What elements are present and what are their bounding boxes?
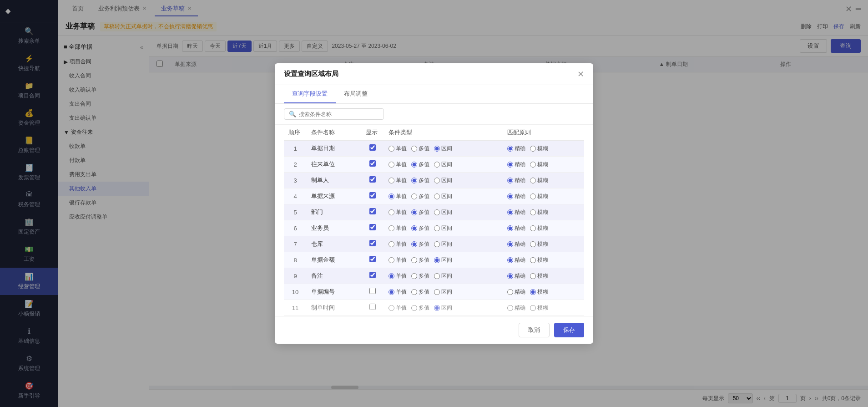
radio-range-6[interactable] (434, 225, 440, 231)
radio-range-label-6[interactable]: 区间 (434, 224, 452, 232)
radio-exact-9[interactable] (507, 273, 513, 279)
radio-fuzzy-3[interactable] (530, 178, 536, 183)
radio-exact-6[interactable] (507, 225, 513, 231)
row-show-checkbox-8[interactable] (361, 252, 384, 266)
radio-multi-label-9[interactable]: 多值 (411, 272, 429, 280)
radio-range-4[interactable] (434, 193, 440, 199)
show-checkbox-3[interactable] (369, 176, 376, 183)
radio-range-label-9[interactable]: 区间 (434, 272, 452, 280)
radio-range-1[interactable] (434, 146, 440, 152)
radio-multi-label-5[interactable]: 多值 (411, 209, 429, 216)
radio-fuzzy-label-2[interactable]: 模糊 (530, 161, 548, 168)
radio-single-5[interactable] (389, 209, 394, 215)
radio-single-label-10[interactable]: 单值 (389, 288, 407, 296)
radio-exact-label-7[interactable]: 精确 (507, 240, 525, 248)
show-checkbox-1[interactable] (369, 144, 376, 151)
radio-exact-3[interactable] (507, 178, 513, 183)
radio-range-label-7[interactable]: 区间 (434, 240, 452, 248)
radio-range-8[interactable] (434, 257, 440, 263)
radio-exact-4[interactable] (507, 193, 513, 199)
radio-single-label-9[interactable]: 单值 (389, 272, 407, 280)
radio-fuzzy-label-6[interactable]: 模糊 (530, 224, 548, 232)
show-checkbox-4[interactable] (369, 192, 376, 198)
radio-single-3[interactable] (389, 178, 394, 183)
tab-field-settings[interactable]: 查询字段设置 (284, 85, 336, 103)
radio-single-label-3[interactable]: 单值 (389, 177, 407, 184)
radio-multi-5[interactable] (411, 209, 417, 215)
radio-multi-3[interactable] (411, 178, 417, 183)
radio-fuzzy-label-5[interactable]: 模糊 (530, 209, 548, 216)
radio-exact-label-8[interactable]: 精确 (507, 256, 525, 264)
radio-fuzzy-label-10[interactable]: 模糊 (530, 288, 548, 296)
radio-range-label-2[interactable]: 区间 (434, 161, 452, 168)
radio-fuzzy-label-9[interactable]: 模糊 (530, 272, 548, 280)
radio-exact-label-5[interactable]: 精确 (507, 209, 525, 216)
radio-range-11[interactable] (434, 305, 440, 311)
radio-fuzzy-label-7[interactable]: 模糊 (530, 240, 548, 248)
radio-fuzzy-label-8[interactable]: 模糊 (530, 256, 548, 264)
radio-multi-label-6[interactable]: 多值 (411, 224, 429, 232)
radio-fuzzy-9[interactable] (530, 273, 536, 279)
radio-single-7[interactable] (389, 241, 394, 247)
radio-single-label-2[interactable]: 单值 (389, 161, 407, 168)
radio-fuzzy-10[interactable] (530, 289, 536, 295)
radio-range-10[interactable] (434, 289, 440, 295)
radio-single-label-11[interactable]: 单值 (389, 304, 407, 312)
row-show-checkbox-1[interactable] (361, 141, 384, 154)
modal-close-button[interactable]: ✕ (577, 70, 584, 78)
radio-fuzzy-1[interactable] (530, 146, 536, 152)
radio-single-1[interactable] (389, 146, 394, 152)
radio-exact-11[interactable] (507, 305, 513, 311)
radio-multi-label-3[interactable]: 多值 (411, 177, 429, 184)
row-show-checkbox-4[interactable] (361, 188, 384, 202)
radio-single-4[interactable] (389, 193, 394, 199)
radio-range-5[interactable] (434, 209, 440, 215)
tab-layout[interactable]: 布局调整 (336, 85, 376, 103)
radio-single-label-8[interactable]: 单值 (389, 256, 407, 264)
radio-multi-7[interactable] (411, 241, 417, 247)
radio-range-label-4[interactable]: 区间 (434, 193, 452, 200)
radio-fuzzy-label-11[interactable]: 模糊 (530, 304, 548, 312)
radio-range-label-10[interactable]: 区间 (434, 288, 452, 296)
radio-exact-label-9[interactable]: 精确 (507, 272, 525, 280)
search-input[interactable] (299, 111, 372, 117)
radio-single-label-4[interactable]: 单值 (389, 193, 407, 200)
radio-exact-5[interactable] (507, 209, 513, 215)
radio-multi-label-1[interactable]: 多值 (411, 145, 429, 153)
show-checkbox-11[interactable] (369, 304, 376, 310)
radio-multi-6[interactable] (411, 225, 417, 231)
radio-range-2[interactable] (434, 162, 440, 168)
radio-multi-10[interactable] (411, 289, 417, 295)
radio-fuzzy-7[interactable] (530, 241, 536, 247)
radio-multi-9[interactable] (411, 273, 417, 279)
row-show-checkbox-9[interactable] (361, 268, 384, 282)
row-show-checkbox-3[interactable] (361, 173, 384, 186)
radio-multi-8[interactable] (411, 257, 417, 263)
radio-fuzzy-label-4[interactable]: 模糊 (530, 193, 548, 200)
radio-fuzzy-11[interactable] (530, 305, 536, 311)
show-checkbox-8[interactable] (369, 256, 376, 262)
radio-range-label-5[interactable]: 区间 (434, 209, 452, 216)
radio-fuzzy-2[interactable] (530, 162, 536, 168)
radio-range-label-8[interactable]: 区间 (434, 256, 452, 264)
radio-single-label-1[interactable]: 单值 (389, 145, 407, 153)
radio-multi-label-4[interactable]: 多值 (411, 193, 429, 200)
radio-exact-label-11[interactable]: 精确 (507, 304, 525, 312)
radio-multi-label-8[interactable]: 多值 (411, 256, 429, 264)
radio-multi-11[interactable] (411, 305, 417, 311)
radio-exact-7[interactable] (507, 241, 513, 247)
radio-single-label-6[interactable]: 单值 (389, 224, 407, 232)
radio-multi-4[interactable] (411, 193, 417, 199)
radio-fuzzy-label-3[interactable]: 模糊 (530, 177, 548, 184)
radio-exact-label-1[interactable]: 精确 (507, 145, 525, 153)
radio-range-7[interactable] (434, 241, 440, 247)
row-show-checkbox-6[interactable] (361, 220, 384, 234)
show-checkbox-9[interactable] (369, 272, 376, 278)
radio-multi-label-2[interactable]: 多值 (411, 161, 429, 168)
show-checkbox-10[interactable] (369, 288, 376, 294)
radio-single-10[interactable] (389, 289, 394, 295)
radio-fuzzy-label-1[interactable]: 模糊 (530, 145, 548, 153)
radio-single-label-7[interactable]: 单值 (389, 240, 407, 248)
row-show-checkbox-2[interactable] (361, 157, 384, 170)
radio-multi-label-7[interactable]: 多值 (411, 240, 429, 248)
